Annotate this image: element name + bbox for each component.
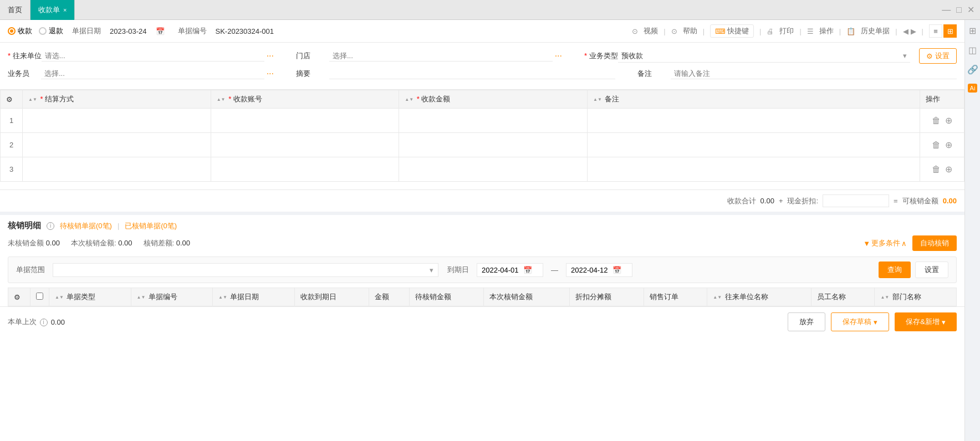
tab-separator: |	[118, 222, 119, 230]
filter-settings-btn[interactable]: 设置	[915, 261, 948, 278]
range-select[interactable]: ▾	[53, 263, 438, 277]
col-amount-header: ▲▼ * 收款金额	[399, 90, 588, 109]
staff-input[interactable]	[41, 68, 264, 79]
bt-gear-header[interactable]: ⚙	[8, 288, 30, 306]
row-2-settle[interactable]	[23, 133, 211, 157]
done-tab[interactable]: 已核销单据(0笔)	[125, 221, 177, 231]
table-row: 1 🗑 ⊕	[1, 109, 964, 133]
more-filter-btn[interactable]: ▼ 更多条件 ∧	[863, 238, 907, 248]
tab-close-icon[interactable]: ×	[63, 7, 67, 13]
table-gear-header[interactable]: ⚙	[1, 90, 23, 109]
row-2-amount[interactable]	[399, 133, 588, 157]
row-3-ops: 🗑 ⊕	[920, 157, 964, 182]
video-btn[interactable]: 视频	[644, 26, 658, 36]
date-to-input[interactable]: 2022-04-12 📅	[566, 263, 632, 277]
stats-row: 未核销金额 0.00 本次核销金额: 0.00 核销差额: 0.00 ▼ 更多条…	[8, 235, 957, 251]
party-input[interactable]	[42, 50, 264, 61]
tab-home[interactable]: 首页	[0, 0, 30, 20]
help-btn[interactable]: 帮助	[683, 26, 697, 36]
page-nav: ◀ ▶	[903, 27, 916, 35]
shortcut-btn[interactable]: ⌨ 快捷键	[710, 24, 754, 38]
gear-icon: ⚙	[926, 52, 933, 60]
query-btn[interactable]: 查询	[879, 261, 911, 278]
row-3-settle[interactable]	[23, 157, 211, 182]
help-icon: ⊙	[671, 27, 677, 35]
cal-from-icon: 📅	[523, 266, 532, 274]
prev-page-icon[interactable]: ◀	[903, 27, 908, 35]
settings-button[interactable]: ⚙ 设置	[919, 48, 957, 64]
section-title: 核销明细	[8, 221, 41, 231]
number-label: 单据编号	[178, 26, 207, 36]
sidebar-link-icon[interactable]: 🔗	[967, 64, 978, 75]
row-1-remark[interactable]	[588, 109, 920, 133]
row-3-copy-icon[interactable]: ⊕	[945, 164, 952, 175]
store-more-btn[interactable]: ···	[555, 51, 562, 61]
sidebar-list-icon[interactable]: ◫	[968, 45, 977, 55]
grid-view-btn[interactable]: ⊞	[943, 24, 957, 38]
biz-type-select[interactable]: 预收款 ▾	[618, 50, 910, 63]
date-from-input[interactable]: 2022-04-01 📅	[477, 263, 543, 277]
range-arrow-icon: ▾	[430, 266, 433, 274]
abandon-btn[interactable]: 放弃	[788, 312, 825, 331]
party-more-btn[interactable]: ···	[267, 51, 274, 61]
save-new-label: 保存&新增	[906, 317, 940, 327]
remark-input[interactable]	[671, 68, 957, 79]
list-view-btn[interactable]: ≡	[929, 24, 942, 38]
maximize-icon[interactable]: □	[956, 5, 962, 15]
select-all-checkbox[interactable]	[36, 293, 43, 300]
row-3-remark[interactable]	[588, 157, 920, 182]
bt-checkbox-header[interactable]	[30, 288, 49, 306]
row-1-settle[interactable]	[23, 109, 211, 133]
col-account-header: ▲▼ * 收款账号	[211, 90, 399, 109]
close-icon[interactable]: ✕	[967, 4, 974, 15]
table-row: 2 🗑 ⊕	[1, 133, 964, 157]
summary-input[interactable]	[329, 68, 615, 79]
radio-tuikuan-label: 退款	[49, 26, 63, 36]
discount-input[interactable]	[823, 194, 889, 207]
info-circle[interactable]: i	[40, 319, 48, 326]
calendar-icon[interactable]: 📅	[156, 27, 165, 35]
store-input[interactable]	[329, 50, 553, 61]
row-2-remark[interactable]	[588, 133, 920, 157]
pending-tab[interactable]: 待核销单据(0笔)	[60, 221, 112, 231]
radio-shoukuan[interactable]: 收款	[8, 26, 32, 36]
row-3-account[interactable]	[211, 157, 399, 182]
print-btn[interactable]: 打印	[779, 26, 794, 36]
this-value: 0.00	[118, 239, 132, 247]
minimize-icon[interactable]: —	[942, 5, 951, 15]
row-2-delete-icon[interactable]: 🗑	[932, 140, 941, 150]
bt-party-header: ▲▼ 往来单位名称	[707, 288, 811, 306]
operation-btn[interactable]: 操作	[819, 26, 834, 36]
writeoff-header: 核销明细 i 待核销单据(0笔) | 已核销单据(0笔)	[8, 221, 957, 231]
row-2-copy-icon[interactable]: ⊕	[945, 140, 952, 150]
row-1-delete-icon[interactable]: 🗑	[932, 116, 941, 126]
store-label: 门店	[296, 51, 329, 61]
history-btn[interactable]: 历史单据	[861, 26, 890, 36]
row-2-account[interactable]	[211, 133, 399, 157]
this-stat: 本次核销金额: 0.00	[71, 238, 132, 248]
info-icon[interactable]: i	[47, 222, 54, 230]
radio-tuikuan[interactable]: 退款	[39, 26, 63, 36]
save-new-btn[interactable]: 保存&新增 ▾	[895, 312, 957, 331]
sidebar-ai-icon[interactable]: Ai	[968, 84, 978, 93]
sidebar-table-icon[interactable]: ⊞	[969, 25, 976, 36]
row-3-delete-icon[interactable]: 🗑	[932, 165, 941, 175]
row-num-1: 1	[1, 109, 23, 133]
row-3-amount[interactable]	[399, 157, 588, 182]
save-draft-btn[interactable]: 保存草稿 ▾	[831, 312, 889, 331]
next-page-icon[interactable]: ▶	[911, 27, 916, 35]
staff-more-btn[interactable]: ···	[267, 69, 274, 79]
summary-row: 收款合计 0.00 + 现金折扣: = 可核销金额 0.00	[0, 189, 964, 212]
save-draft-arrow[interactable]: ▾	[874, 318, 877, 326]
biz-type-value: 预收款	[621, 51, 643, 61]
row-num-2: 2	[1, 133, 23, 157]
tab-active[interactable]: 收款单 ×	[30, 0, 75, 20]
cal-to-icon: 📅	[612, 266, 621, 274]
save-new-arrow[interactable]: ▾	[942, 318, 946, 326]
summary-label: 摘要	[296, 69, 329, 79]
row-1-amount[interactable]	[399, 109, 588, 133]
row-1-account[interactable]	[211, 109, 399, 133]
due-date-field: 到期日 2022-04-01 📅 — 2022-04-12 📅	[447, 263, 870, 277]
auto-writeoff-btn[interactable]: 自动核销	[912, 235, 957, 251]
row-1-copy-icon[interactable]: ⊕	[945, 115, 952, 126]
